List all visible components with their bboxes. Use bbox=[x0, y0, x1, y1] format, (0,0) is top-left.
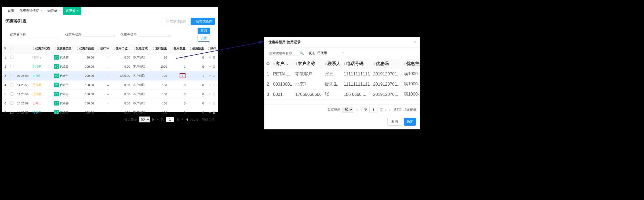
modal-table: ⚙▲▼客户...▲▼客户名称▲▼联系人▲▼电话号码▲▼优惠码▲▼优惠主题▲▼优惠… bbox=[264, 59, 420, 100]
table-row[interactable]: 200010001北京1唐先生111111111112019120701...满… bbox=[264, 79, 420, 89]
row-checkbox[interactable] bbox=[10, 83, 13, 86]
table-row[interactable]: 1RETAIL...零散客户张三111111111112019120701...… bbox=[264, 69, 420, 79]
qrcode-icon[interactable]: ⊞ bbox=[213, 65, 215, 68]
search-button[interactable]: 查询 bbox=[198, 28, 210, 34]
qrcode-icon[interactable]: ⊞ bbox=[213, 92, 215, 96]
col-header[interactable]: ▲▼领用数量 bbox=[169, 44, 187, 53]
qrcode-icon[interactable]: ⊞ bbox=[213, 111, 215, 114]
col-header[interactable]: ▲▼发行数量 bbox=[150, 44, 169, 53]
page-input[interactable] bbox=[166, 117, 174, 122]
col-header[interactable]: ▲▼优惠券面值 bbox=[74, 44, 95, 53]
tab-sales-order[interactable]: 销货单× bbox=[45, 7, 63, 15]
modal-table-wrap[interactable]: ⚙▲▼客户...▲▼客户名称▲▼联系人▲▼电话号码▲▼优惠码▲▼优惠主题▲▼优惠… bbox=[264, 59, 420, 104]
chevron-down-icon: ⌄ bbox=[342, 51, 344, 55]
issue-coupon-button[interactable]: ◎ 发放优惠券 bbox=[163, 18, 189, 25]
col-header[interactable]: ▲▼折扣% bbox=[96, 44, 111, 53]
table-row[interactable]: 2 执行中 代 代金券 100.00 -- 0.00 客户领取 1000 1 0… bbox=[2, 62, 218, 71]
col-header[interactable]: ▲▼联系人 bbox=[323, 59, 342, 69]
prev-page-icon[interactable]: < bbox=[360, 108, 362, 111]
qrcode-icon[interactable]: ⊞ bbox=[213, 101, 215, 105]
next-page-icon[interactable]: > bbox=[181, 118, 183, 121]
coupon-type-select[interactable]: ⌄ bbox=[138, 32, 170, 37]
col-header[interactable]: ▲▼优惠主题 bbox=[402, 59, 420, 69]
per-page-select[interactable]: 50 bbox=[139, 117, 150, 122]
share-icon[interactable]: ↗ bbox=[208, 56, 211, 59]
col-header[interactable]: ⚙ bbox=[264, 59, 271, 69]
close-icon[interactable]: × bbox=[77, 9, 79, 12]
tab-bar: 首页 优惠券详情页× 销货单× 优惠券× bbox=[2, 7, 218, 15]
modal-footer: 取消 确定 bbox=[264, 115, 420, 128]
col-header[interactable] bbox=[9, 44, 15, 53]
share-icon[interactable]: ↗ bbox=[208, 111, 211, 114]
table-row[interactable]: 3000117666666666张156 6666 ...2019120701.… bbox=[264, 89, 420, 100]
close-icon[interactable]: × bbox=[414, 40, 416, 44]
table-row[interactable]: 1 待执行 代 代金券 50.00 -- 0.00 客户领取 10 0 0 ↗⊞ bbox=[2, 53, 218, 62]
coupon-status-select[interactable]: ⌄ bbox=[83, 32, 115, 37]
close-icon[interactable]: × bbox=[59, 9, 60, 12]
row-checkbox[interactable] bbox=[10, 65, 13, 68]
modal-status-select[interactable]: 已使用 ⌄ bbox=[317, 50, 344, 56]
col-header[interactable]: ▲▼操作 bbox=[206, 44, 218, 53]
modal-status-label: 状态 bbox=[309, 51, 315, 56]
select-all-checkbox[interactable] bbox=[10, 47, 13, 50]
prev-page-icon[interactable]: < bbox=[157, 118, 158, 121]
tab-coupon[interactable]: 优惠券× bbox=[63, 7, 81, 15]
page-title: 优惠券列表 bbox=[5, 19, 27, 24]
col-header[interactable]: ▲▼客户名称 bbox=[294, 59, 323, 69]
table-row[interactable]: 5 14 23:59 已过期 代 代金券 150.00 -- 0.00 客户领取… bbox=[2, 90, 218, 99]
col-header[interactable]: ▲▼优惠码 bbox=[372, 59, 402, 69]
search-icon[interactable]: 🔍 bbox=[300, 51, 304, 55]
col-header[interactable]: ▲▼电话号码 bbox=[342, 59, 372, 69]
share-icon[interactable]: ↗ bbox=[208, 65, 211, 68]
col-header[interactable] bbox=[15, 44, 31, 53]
gear-icon[interactable]: ⚙ bbox=[3, 47, 6, 50]
last-page-icon[interactable]: >| bbox=[185, 118, 188, 121]
per-page-label: 每页显示 bbox=[328, 108, 340, 112]
add-coupon-button[interactable]: + 新增优惠券 bbox=[191, 18, 215, 25]
share-icon[interactable]: ↗ bbox=[208, 83, 211, 87]
col-header[interactable]: ▲▼发放方式 bbox=[132, 44, 150, 53]
close-icon[interactable]: × bbox=[41, 9, 42, 12]
table-row[interactable]: 4 14 23:59 已过期 代 代金券 150.00 -- 0.00 客户领取… bbox=[2, 81, 218, 90]
gear-icon[interactable]: ⚙ bbox=[266, 61, 270, 66]
col-header[interactable]: ⚙ bbox=[2, 44, 9, 53]
ok-button[interactable]: 确定 bbox=[404, 118, 416, 126]
col-header[interactable]: ▲▼客户... bbox=[271, 59, 294, 69]
last-page-icon[interactable]: >| bbox=[389, 108, 391, 111]
cancel-button[interactable]: 取消 bbox=[387, 118, 402, 126]
tab-coupon-detail[interactable]: 优惠券详情页× bbox=[17, 7, 45, 15]
row-checkbox[interactable] bbox=[10, 111, 13, 114]
table-row[interactable]: 7 14 23:59 待发布 代 代金券 150.00 -- 0.00 客户领取… bbox=[2, 108, 218, 114]
row-checkbox[interactable] bbox=[10, 56, 13, 59]
share-icon[interactable]: ↗ bbox=[208, 92, 211, 96]
row-checkbox[interactable] bbox=[10, 74, 13, 77]
share-icon[interactable]: ↗ bbox=[208, 74, 211, 78]
tab-home[interactable]: 首页 bbox=[5, 7, 17, 15]
col-header[interactable]: ▲▼优惠券类型 bbox=[52, 44, 74, 53]
row-checkbox[interactable] bbox=[10, 101, 13, 105]
modal-page-input[interactable] bbox=[369, 107, 377, 112]
table-row[interactable]: 3 07 23:59 执行中 代 代金券 200.00 -- 1000.00 客… bbox=[2, 71, 218, 81]
col-header[interactable]: ▲▼优惠券状态 bbox=[31, 44, 52, 53]
next-page-icon[interactable]: > bbox=[385, 108, 387, 111]
col-header[interactable]: ▲▼使用门槛... bbox=[111, 44, 132, 53]
modal-header: 优惠券领用/使用记录 × bbox=[264, 37, 420, 48]
per-page-label: 每页显示 bbox=[124, 117, 137, 122]
first-page-icon[interactable]: |< bbox=[152, 118, 155, 121]
qrcode-icon[interactable]: ⊞ bbox=[213, 56, 215, 59]
coupon-list-panel: 首页 优惠券详情页× 销货单× 优惠券× 优惠券列表 ◎ 发放优惠券 + 新增优… bbox=[2, 7, 218, 112]
first-page-icon[interactable]: |< bbox=[355, 108, 358, 111]
qrcode-icon[interactable]: ⊞ bbox=[213, 83, 215, 87]
modal-search-input[interactable] bbox=[269, 51, 299, 56]
coupon-table-wrap[interactable]: ⚙▲▼优惠券状态▲▼优惠券类型▲▼优惠券面值▲▼折扣%▲▼使用门槛...▲▼发放… bbox=[2, 44, 218, 114]
qrcode-icon[interactable]: ⊞ bbox=[213, 74, 215, 78]
row-checkbox[interactable] bbox=[10, 92, 13, 96]
col-header[interactable]: ▲▼使用数量 bbox=[187, 44, 206, 53]
settings-button[interactable]: 设置 bbox=[198, 35, 210, 42]
coupon-name-input[interactable] bbox=[28, 32, 60, 37]
table-row[interactable]: 6 14 23:59 已终止 代 代金券 150.00 -- 0.00 客户领取… bbox=[2, 99, 218, 108]
share-icon[interactable]: ↗ bbox=[208, 101, 211, 105]
modal-per-page-select[interactable]: 50 bbox=[343, 107, 353, 113]
coupon-table: ⚙▲▼优惠券状态▲▼优惠券类型▲▼优惠券面值▲▼折扣%▲▼使用门槛...▲▼发放… bbox=[2, 44, 218, 114]
chevron-down-icon: ⌄ bbox=[113, 33, 115, 36]
